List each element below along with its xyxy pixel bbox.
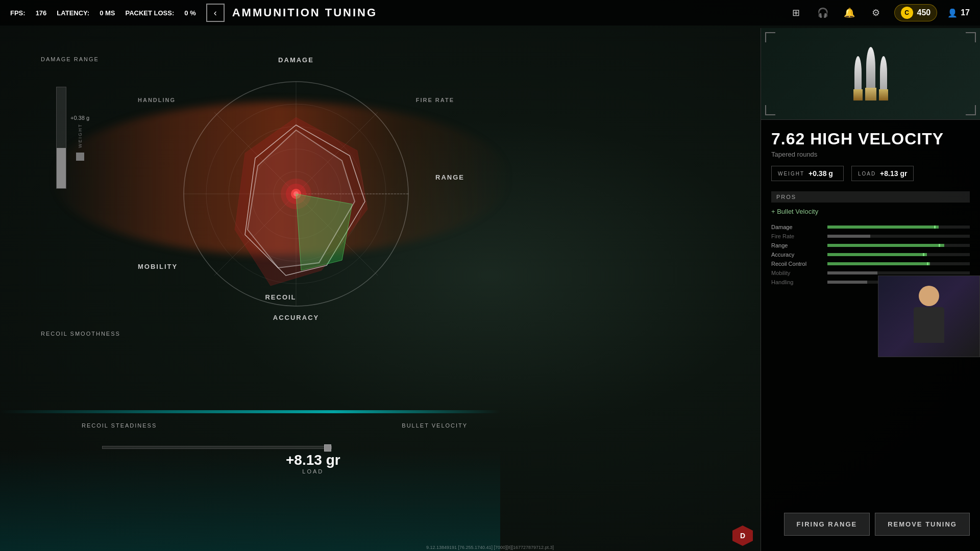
bullet-small-2	[880, 56, 887, 89]
weight-bar	[56, 87, 66, 189]
stat-bar-recoil: Recoil Control	[771, 261, 970, 267]
back-button[interactable]: ‹	[206, 4, 225, 22]
firing-range-button[interactable]: FIRING RANGE	[784, 513, 870, 536]
ammo-preview	[761, 28, 980, 120]
pro-bullet-velocity: + Bullet Velocity	[771, 207, 970, 216]
currency-display: C 450	[894, 4, 938, 21]
right-panel: 7.62 HIGH VELOCITY Tapered rounds WEIGHT…	[761, 28, 980, 551]
damage-range-label: DAMAGE RANGE	[41, 56, 99, 62]
ammo-name: 7.62 HIGH VELOCITY	[771, 130, 970, 148]
bullet-velocity-label: BULLET VELOCITY	[402, 422, 468, 429]
weight-load-display: WEIGHT +0.38 g LOAD +8.13 gr	[771, 166, 970, 181]
bullet-large	[866, 47, 875, 88]
recoil-steadiness-label: RECOIL STEADINESS	[82, 422, 157, 429]
load-box-label: LOAD	[858, 171, 876, 177]
page-title: AMMUNITION TUNING	[232, 6, 377, 19]
currency-icon: C	[901, 7, 913, 19]
stat-name-mobility: Mobility	[771, 270, 822, 276]
stat-fill-recoil	[827, 262, 930, 265]
webcam-feed	[878, 276, 979, 357]
stat-track-recoil	[827, 262, 970, 265]
recoil-slider-thumb[interactable]	[324, 444, 331, 452]
stat-name-handling: Handling	[771, 279, 822, 285]
stat-bar-range: Range	[771, 242, 970, 248]
fps-info: FPS: 176 LATENCY: 0 MS PACKET LOSS: 0 %	[10, 9, 196, 17]
person-body	[914, 307, 944, 343]
stat-track-fire-rate	[827, 235, 970, 238]
damage-label: DAMAGE	[278, 56, 314, 64]
load-box: LOAD +8.13 gr	[851, 166, 914, 181]
stat-name-damage: Damage	[771, 224, 822, 230]
stat-marker-range	[939, 244, 940, 247]
stat-fill-damage	[827, 226, 939, 229]
recoil-smoothness-label: RECOIL SMOOTHNESS	[41, 331, 120, 337]
corner-tr	[966, 32, 976, 42]
pros-header: PROS	[771, 191, 970, 203]
top-right-icons: ⊞ 🎧 🔔 ⚙ C 450 👤 17	[788, 4, 970, 21]
bottom-teal-bar	[0, 410, 500, 413]
weight-box-label: WEIGHT	[778, 171, 804, 177]
weight-axis-label: WEIGHT	[78, 123, 83, 148]
person-head	[919, 286, 939, 306]
latency-value: 0 MS	[100, 9, 115, 17]
bullet-case-2	[879, 89, 888, 101]
weight-box: WEIGHT +0.38 g	[771, 166, 844, 181]
stat-marker-recoil	[927, 262, 928, 265]
stat-name-range: Range	[771, 242, 822, 248]
pros-section: PROS + Bullet Velocity	[771, 191, 970, 216]
bullet-case-large	[865, 88, 876, 101]
watermark: D	[732, 525, 753, 546]
handling-label: HANDLING	[138, 97, 176, 103]
corner-br	[966, 105, 976, 115]
person-silhouette	[909, 286, 949, 347]
stat-name-recoil: Recoil Control	[771, 261, 822, 267]
radar-svg	[168, 66, 424, 321]
fps-value: 176	[36, 9, 47, 17]
mobility-label: MOBILITY	[138, 263, 178, 270]
soldier-count: 👤 17	[947, 8, 970, 18]
settings-icon[interactable]: ⚙	[868, 5, 884, 21]
bottom-glow	[0, 449, 500, 551]
load-label: LOAD	[286, 468, 340, 474]
weight-indicator-block	[76, 153, 84, 161]
soldier-count-value: 17	[961, 8, 970, 17]
grid-icon[interactable]: ⊞	[788, 5, 804, 21]
weight-bar-fill	[57, 148, 66, 188]
watermark-icon: D	[732, 525, 753, 546]
weight-value: +0.38 g	[70, 115, 89, 121]
bottom-buttons: FIRING RANGE REMOVE TUNING	[784, 513, 970, 536]
notification-icon[interactable]: 🔔	[841, 5, 857, 21]
load-value: +8.13 gr	[286, 452, 340, 468]
stat-fill-handling	[827, 281, 867, 284]
remove-tuning-button[interactable]: REMOVE TUNING	[875, 513, 970, 536]
debug-info: 9.12.13849191 [76.255.1740.41] [7000][8]…	[426, 545, 554, 550]
accuracy-label: ACCURACY	[273, 314, 319, 321]
packet-loss-value: 0 %	[184, 9, 195, 17]
stat-fill-accuracy	[827, 253, 927, 256]
stat-track-accuracy	[827, 253, 970, 256]
headset-icon[interactable]: 🎧	[815, 5, 831, 21]
latency-label: LATENCY:	[57, 9, 89, 17]
stat-bar-accuracy: Accuracy	[771, 252, 970, 258]
weight-indicator: +0.38 g WEIGHT	[41, 87, 89, 189]
stat-fill-fire-rate	[827, 235, 870, 238]
recoil-steadiness-slider[interactable]	[102, 446, 332, 449]
ammo-image	[853, 47, 888, 101]
load-display: +8.13 gr LOAD	[286, 452, 340, 474]
corner-tl	[765, 32, 775, 42]
bottom-stat-labels: RECOIL STEADINESS BULLET VELOCITY	[82, 422, 468, 429]
soldier-icon: 👤	[947, 8, 958, 18]
stat-track-damage	[827, 226, 970, 229]
webcam-overlay	[878, 276, 980, 357]
currency-amount: 450	[917, 8, 931, 17]
weight-box-value: +0.38 g	[808, 169, 833, 178]
fire-rate-label: FIRE RATE	[416, 97, 454, 103]
radar-wrapper: DAMAGE FIRE RATE RANGE ACCURACY RECOIL M…	[168, 66, 424, 321]
ammo-description: Tapered rounds	[771, 151, 970, 158]
fps-label: FPS:	[10, 9, 26, 17]
stat-name-fire-rate: Fire Rate	[771, 233, 822, 239]
recoil-label: RECOIL	[265, 293, 296, 301]
bullet-small-1	[854, 56, 862, 89]
stat-track-mobility	[827, 271, 970, 274]
range-label: RANGE	[435, 173, 464, 181]
